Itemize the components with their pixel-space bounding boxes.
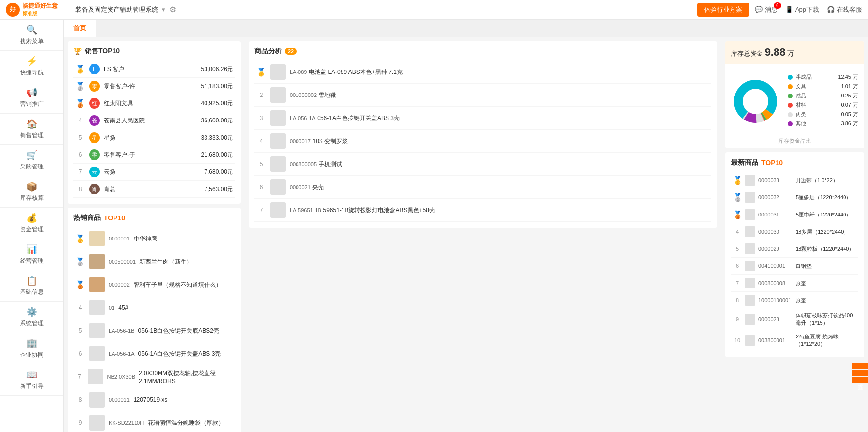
np-code-1: 0000033 bbox=[758, 177, 793, 183]
product-name-3: 智利车子里（规格不知道填什么） bbox=[134, 281, 222, 289]
settings-icon[interactable]: ⚙ bbox=[169, 5, 176, 14]
sidebar-label-basic: 基础信息 bbox=[20, 288, 44, 296]
tab-home[interactable]: 首页 bbox=[64, 20, 96, 37]
sidebar-item-sales[interactable]: 🏠 销售管理 bbox=[0, 114, 63, 145]
legend-item-stationery: 文具 1.01 万 bbox=[788, 83, 858, 90]
sidebar-item-operation[interactable]: 📊 经营管理 bbox=[0, 239, 63, 270]
sidebar-item-guide[interactable]: 📖 新手引导 bbox=[0, 364, 63, 396]
product-code-2: 000500001 bbox=[109, 259, 136, 264]
product-img-2 bbox=[89, 254, 105, 269]
search-icon: 🔍 bbox=[26, 24, 37, 35]
new-product-item: 9 0000028 体帜茄枝味苏打饮品400毫升（1*15） bbox=[731, 309, 858, 330]
product-img-5 bbox=[89, 323, 105, 338]
top-product-img-2 bbox=[270, 87, 286, 103]
list-item: 🥉 红 红太阳文具 40,925.00元 bbox=[73, 95, 235, 112]
product-item: 🥈 000500001 新西兰牛肉（新牛） bbox=[73, 250, 235, 273]
top-product-name-4: 10S 变制罗浆 bbox=[312, 138, 348, 144]
top-product-item: 4 0000017 10S 变制罗浆 bbox=[254, 130, 711, 153]
product-item: 7 NB2.0X30B 2.0X30MM双摆花轴,摆花直径2.1MM/ROHS bbox=[73, 365, 235, 388]
legend-value-finished: 0.25 万 bbox=[841, 92, 858, 99]
top-product-img-7 bbox=[270, 202, 286, 218]
app-download-btn[interactable]: 📱 App下载 bbox=[785, 5, 819, 14]
logo-sub: 标准版 bbox=[23, 10, 58, 17]
top-product-name-3: 056-1A白色按键开关盖ABS 3壳 bbox=[317, 115, 400, 121]
customer-name-8: 肖总 bbox=[104, 185, 200, 193]
product-name-6: 056-1A白色按键开关盖ABS 3壳 bbox=[138, 350, 221, 358]
trial-button[interactable]: 体验行业方案 bbox=[697, 3, 749, 17]
message-btn[interactable]: 💬 消息 6 bbox=[755, 5, 777, 14]
logo-text: 畅捷通好生意 bbox=[23, 2, 58, 10]
sidebar-item-purchase[interactable]: 🛒 采购管理 bbox=[0, 145, 63, 176]
top-bar: 好 畅捷通好生意 标准版 装备及固定资产辅助管理系统 ▾ ⚙ 体验行业方案 💬 … bbox=[0, 0, 868, 20]
direct-btn[interactable]: 直播 bbox=[852, 377, 868, 383]
sidebar-item-system[interactable]: ⚙️ 系统管理 bbox=[0, 302, 63, 333]
legend-label-meat: 肉类 bbox=[796, 111, 836, 118]
top-product-code-5: 000800005 bbox=[290, 161, 317, 167]
new-product-item: 4 0000030 18多层（1220*2440） bbox=[731, 223, 858, 240]
hot-medal-3: 🥉 bbox=[75, 280, 85, 289]
top-product-item: 🥇 LA-089 电池盖 LA-089 ABS本色+黑种 7.1克 bbox=[254, 61, 711, 84]
sidebar-item-search[interactable]: 🔍 搜索菜单 bbox=[0, 20, 63, 51]
top-product-code-7: LA-59651-1B bbox=[290, 207, 321, 213]
sidebar-item-company[interactable]: 🏢 企业协同 bbox=[0, 333, 63, 364]
customer-service-btn[interactable]: 客服热线 bbox=[852, 363, 868, 369]
list-item: 7 云 云扬 7,680.00元 bbox=[73, 164, 235, 181]
customer-name-2: 零售客户-许 bbox=[104, 82, 197, 91]
sidebar-item-inventory[interactable]: 📦 库存核算 bbox=[0, 176, 63, 208]
top-product-code-1: LA-089 bbox=[290, 69, 307, 75]
top-product-item: 6 0000021 夹壳 bbox=[254, 176, 711, 199]
product-item: 4 01 45# bbox=[73, 296, 235, 319]
rank-badge-8: 肖 bbox=[89, 184, 100, 194]
product-code-8: 0000011 bbox=[109, 397, 130, 403]
customer-amount-3: 40,925.00元 bbox=[201, 99, 233, 108]
legend-item-meat: 肉类 -0.05 万 bbox=[788, 111, 858, 118]
sidebar-item-shortcut[interactable]: ⚡ 快捷导航 bbox=[0, 51, 63, 82]
service-community-btn[interactable]: 服务社区 bbox=[852, 370, 868, 376]
legend-dot-semi bbox=[788, 75, 793, 80]
np-code-8: 10000100001 bbox=[758, 297, 793, 303]
new-product-item: 7 000800008 原奎 bbox=[731, 275, 858, 292]
message-badge: 6 bbox=[774, 2, 781, 9]
online-service-btn[interactable]: 🎧 在线客服 bbox=[827, 5, 862, 14]
middle-panel: 商品分析 22 🥇 LA-089 电池盖 LA-089 ABS本色+黑种 7.1… bbox=[245, 37, 721, 432]
legend-value-material: 0.07 万 bbox=[841, 101, 858, 109]
dropdown-icon[interactable]: ▾ bbox=[162, 6, 165, 13]
top-product-name-1: 电池盖 LA-089 ABS本色+黑种 7.1克 bbox=[309, 69, 403, 75]
new-product-item: 🥉 0000031 5厘中纤（1220*2440） bbox=[731, 206, 858, 223]
top-product-img-4 bbox=[270, 133, 286, 149]
product-analysis-title-text: 商品分析 bbox=[254, 47, 282, 56]
system-icon: ⚙️ bbox=[26, 307, 37, 317]
legend-dot-material bbox=[788, 103, 793, 108]
sidebar-item-finance[interactable]: 💰 资金管理 bbox=[0, 208, 63, 239]
customer-name-1: LS 客户 bbox=[104, 65, 197, 73]
legend-label-stationery: 文具 bbox=[796, 83, 838, 90]
customer-name-7: 云扬 bbox=[104, 168, 200, 176]
top-product-code-3: LA-056-1A bbox=[290, 115, 316, 121]
inventory-unit: 万 bbox=[787, 49, 794, 57]
rank-badge-2: 零 bbox=[89, 81, 100, 92]
legend-label-material: 材料 bbox=[796, 101, 838, 109]
product-name-1: 中华神鹰 bbox=[134, 235, 157, 243]
np-img-4 bbox=[745, 226, 755, 237]
np-code-4: 0000030 bbox=[758, 229, 793, 235]
np-name-7: 原奎 bbox=[796, 280, 856, 287]
np-name-8: 原奎 bbox=[796, 297, 856, 304]
rank-num-5: 5 bbox=[75, 134, 85, 141]
list-item: 4 苍 苍南县人民医院 36,600.00元 bbox=[73, 112, 235, 129]
np-medal-3: 🥉 bbox=[733, 210, 742, 219]
rank-badge-1: L bbox=[89, 64, 100, 74]
legend-label-other: 其他 bbox=[796, 120, 836, 127]
sidebar-item-basic[interactable]: 📋 基础信息 bbox=[0, 270, 63, 302]
legend-value-other: -3.86 万 bbox=[839, 120, 858, 127]
marketing-icon: 📢 bbox=[26, 87, 37, 98]
finance-icon: 💰 bbox=[26, 213, 37, 223]
product-code-9: KK-SD22110H bbox=[109, 420, 144, 426]
inventory-icon: 📦 bbox=[26, 181, 37, 192]
sidebar-item-marketing[interactable]: 📢 营销推广 bbox=[0, 82, 63, 114]
top-product-item: 5 000800005 手机测试 bbox=[254, 153, 711, 176]
product-code-7: NB2.0X30B bbox=[107, 374, 135, 380]
product-code-4: 01 bbox=[109, 305, 114, 311]
product-code-3: 0000002 bbox=[109, 282, 130, 288]
product-img-4 bbox=[89, 300, 105, 315]
sidebar-label-system: 系统管理 bbox=[20, 319, 44, 328]
